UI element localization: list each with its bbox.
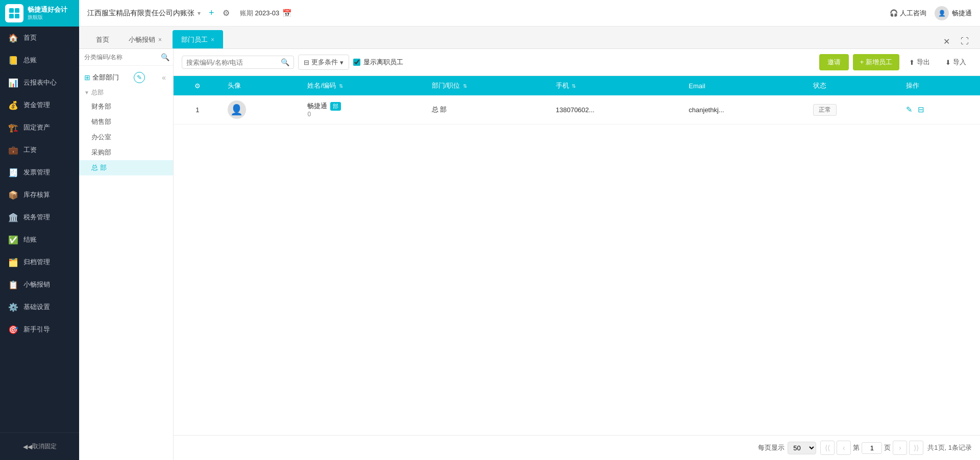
- calendar-icon[interactable]: 📅: [282, 9, 292, 18]
- dept-search-bar: 🔍: [79, 49, 173, 66]
- sidebar-item-settings[interactable]: ⚙️ 基础设置: [0, 296, 79, 318]
- dept-node-office[interactable]: 办公室: [79, 130, 173, 145]
- dept-root-label: 总部: [91, 88, 104, 97]
- tab-home-label: 首页: [96, 35, 109, 44]
- period-label: 账期: [240, 9, 253, 18]
- dept-node-purchasing[interactable]: 采购部: [79, 145, 173, 160]
- sidebar-nav: 🏠 首页 📒 总账 📊 云报表中心 💰 资金管理 🏗️ 固定资产 💼 工资 🧾 …: [0, 27, 79, 432]
- logo-sub: 旗舰版: [28, 14, 67, 21]
- logout-employee-button[interactable]: ⊟: [918, 105, 924, 114]
- sidebar-item-reports[interactable]: 📊 云报表中心: [0, 71, 79, 94]
- first-page-button[interactable]: ⟨⟨: [820, 441, 835, 455]
- ledger-icon: 📒: [8, 55, 18, 65]
- employee-table: ⚙ 头像 姓名/编码 ⇅ 部门/职位 ⇅ 手机 ⇅ Email 状态 操作 1: [174, 76, 980, 124]
- more-filters-button[interactable]: ⊟ 更多条件 ▾: [298, 55, 349, 70]
- last-page-button[interactable]: ⟩⟩: [909, 441, 923, 455]
- employee-search-icon[interactable]: 🔍: [281, 58, 289, 66]
- col-name[interactable]: 姓名/编码 ⇅: [301, 76, 425, 95]
- next-page-button[interactable]: ›: [893, 441, 907, 455]
- col-status: 状态: [807, 76, 900, 95]
- inventory-icon: 📦: [8, 190, 18, 200]
- sidebar-bottom: ◀◀ 取消固定: [0, 432, 79, 460]
- tabbar: 首页 小畅报销 × 部门员工 × ✕ ⛶: [79, 27, 980, 49]
- all-departments[interactable]: ⊞ 全部部门 ✎ «: [79, 69, 173, 86]
- company-selector[interactable]: 江西服宝精品有限责任公司内账张 ▾: [87, 9, 201, 18]
- col-settings[interactable]: ⚙: [174, 76, 222, 95]
- salary-icon: 💼: [8, 145, 18, 155]
- show-resigned-checkbox[interactable]: 显示离职员工: [353, 58, 403, 67]
- consult-button[interactable]: 🎧 人工咨询: [890, 9, 926, 18]
- tab-department-close-icon[interactable]: ×: [211, 37, 214, 43]
- company-name: 江西服宝精品有限责任公司内账张: [87, 9, 194, 18]
- tab-home[interactable]: 首页: [87, 30, 118, 48]
- status-badge: 正常: [813, 104, 837, 116]
- add-employee-button[interactable]: + 新增员工: [853, 54, 899, 70]
- dept-node-sales[interactable]: 销售部: [79, 114, 173, 130]
- sidebar-item-home[interactable]: 🏠 首页: [0, 27, 79, 49]
- col-avatar: 头像: [222, 76, 302, 95]
- sidebar-item-funds[interactable]: 💰 资金管理: [0, 94, 79, 116]
- svg-rect-3: [15, 14, 19, 18]
- invite-button[interactable]: 邀请: [819, 54, 849, 70]
- per-page-select[interactable]: 10 20 50 100: [788, 442, 816, 454]
- sidebar-item-closing[interactable]: ✅ 结账: [0, 228, 79, 251]
- user-menu[interactable]: 👤 畅捷通: [935, 6, 972, 20]
- sidebar-item-assets[interactable]: 🏗️ 固定资产: [0, 116, 79, 139]
- department-tree-panel: 🔍 ⊞ 全部部门 ✎ « ▼ 总部 财务部 销售部 办公室 采购部: [79, 49, 174, 460]
- export-button[interactable]: ⬆ 导出: [903, 54, 936, 70]
- dept-search-icon[interactable]: 🔍: [161, 53, 169, 61]
- sidebar-item-tax[interactable]: 🏛️ 税务管理: [0, 206, 79, 228]
- dept-search-input[interactable]: [84, 54, 161, 61]
- row-dept-cell: 总 部: [426, 95, 550, 124]
- collapse-icon[interactable]: «: [160, 73, 168, 82]
- cancel-fixed-button[interactable]: ◀◀ 取消固定: [0, 438, 79, 455]
- col-dept[interactable]: 部门/职位 ⇅: [426, 76, 550, 95]
- sidebar-label-invoice: 发票管理: [23, 168, 50, 177]
- import-button[interactable]: ⬇ 导入: [940, 54, 972, 70]
- show-resigned-input[interactable]: [353, 59, 360, 66]
- page-number-input[interactable]: [862, 442, 882, 454]
- employee-table-container: ⚙ 头像 姓名/编码 ⇅ 部门/职位 ⇅ 手机 ⇅ Email 状态 操作 1: [174, 76, 980, 435]
- employee-search-bar: 🔍: [182, 56, 294, 69]
- pagination-bar: 每页显示 10 20 50 100 ⟨⟨ ‹ 第 页: [174, 435, 980, 460]
- row-name-cell: 畅捷通 部 0: [301, 95, 425, 124]
- page-input-group: 第 页: [853, 442, 891, 454]
- export-icon: ⬆: [909, 59, 915, 66]
- per-page-label: 每页显示: [758, 443, 785, 452]
- tab-department[interactable]: 部门员工 ×: [173, 30, 223, 48]
- add-company-button[interactable]: +: [207, 8, 216, 18]
- sidebar-item-invoice[interactable]: 🧾 发票管理: [0, 161, 79, 184]
- topbar-settings-icon[interactable]: ⚙: [220, 8, 232, 18]
- close-tab-button[interactable]: ✕: [939, 34, 953, 48]
- dept-badge: 部: [330, 102, 341, 111]
- dept-root-header: ▼ 总部: [79, 86, 173, 99]
- action-cell: ✎ ⊟: [906, 105, 974, 114]
- dept-node-general[interactable]: 总 部: [79, 160, 173, 175]
- sidebar-item-expense[interactable]: 📋 小畅报销: [0, 273, 79, 296]
- sidebar-label-expense: 小畅报销: [23, 280, 50, 289]
- sidebar-item-ledger[interactable]: 📒 总账: [0, 49, 79, 71]
- page-total: 共1页, 1条记录: [927, 443, 972, 452]
- edit-employee-button[interactable]: ✎: [906, 105, 913, 114]
- headset-icon: 🎧: [890, 9, 898, 17]
- employee-name-group: 畅捷通 部: [307, 101, 419, 111]
- sidebar-item-salary[interactable]: 💼 工资: [0, 139, 79, 161]
- main-area: 江西服宝精品有限责任公司内账张 ▾ + ⚙ 账期 2023-03 📅 🎧 人工咨…: [79, 0, 980, 460]
- dept-node-finance[interactable]: 财务部: [79, 99, 173, 114]
- import-label: 导入: [953, 58, 966, 67]
- svg-rect-2: [9, 14, 14, 18]
- sidebar-item-guide[interactable]: 🎯 新手引导: [0, 318, 79, 341]
- filter-label: 更多条件: [311, 58, 338, 67]
- prev-page-button[interactable]: ‹: [837, 441, 851, 455]
- sidebar-item-archive[interactable]: 🗂️ 归档管理: [0, 251, 79, 273]
- tab-expense[interactable]: 小畅报销 ×: [120, 30, 170, 48]
- table-row: 1 👤 畅捷通 部 0: [174, 95, 980, 124]
- tab-expense-close-icon[interactable]: ×: [158, 37, 162, 43]
- employee-search-input[interactable]: [186, 59, 281, 66]
- col-phone[interactable]: 手机 ⇅: [550, 76, 683, 95]
- employee-avatar: 👤: [228, 100, 246, 119]
- expand-tab-button[interactable]: ⛶: [958, 34, 972, 48]
- sidebar-item-inventory[interactable]: 📦 库存核算: [0, 184, 79, 206]
- employee-dept: 总 部: [432, 106, 447, 113]
- dept-edit-icon[interactable]: ✎: [134, 72, 145, 83]
